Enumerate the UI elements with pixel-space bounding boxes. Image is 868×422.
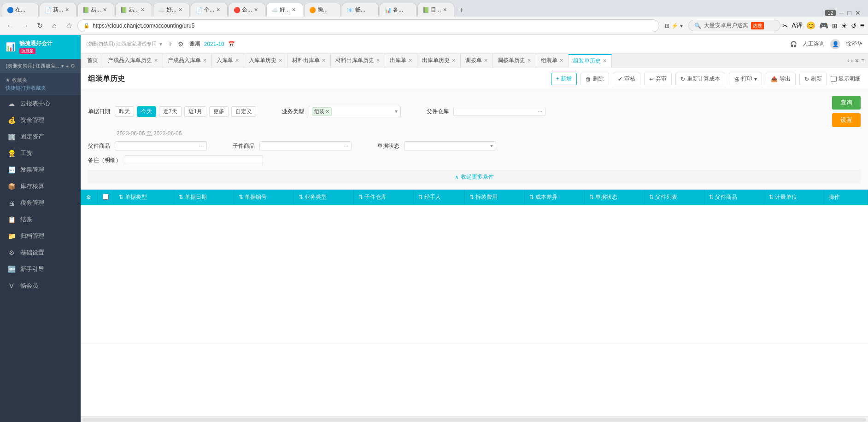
col-cost-diff[interactable]: ⇅ 成本差异 <box>524 190 584 205</box>
page-tab-out-order[interactable]: 出库单 ✕ <box>385 54 417 68</box>
account-selector[interactable]: (勿删勿禁用) 江西服宝测试专用 ▾ <box>86 40 162 47</box>
user-name[interactable]: 徐泽华 <box>846 40 862 48</box>
sidebar-org[interactable]: (勿删勿禁用) 江西服宝测试专用 ▾ + ⚙ <box>0 59 81 73</box>
col-checkbox[interactable] <box>97 190 114 205</box>
browser-tab-12[interactable]: 📗 目... ✕ <box>417 3 454 17</box>
page-tab-transfer-hist-close[interactable]: ✕ <box>527 58 531 64</box>
col-settings[interactable]: ⚙ <box>81 190 97 205</box>
add-account-btn[interactable]: + <box>168 40 172 48</box>
browser-tab-8[interactable]: ☁️ 好... ✕ <box>266 3 303 17</box>
doc-status-dropdown-icon[interactable]: ▾ <box>490 143 493 149</box>
date-btn-custom[interactable]: 自定义 <box>231 106 256 117</box>
settings-button[interactable]: 设置 <box>832 113 861 127</box>
tab-close-6[interactable]: ✕ <box>216 7 220 13</box>
browser-tab-9[interactable]: 🟠 腾... <box>304 3 341 17</box>
col-doc-no[interactable]: ⇅ 单据编号 <box>234 190 293 205</box>
tab-close-12[interactable]: ✕ <box>443 7 447 13</box>
date-btn-7days[interactable]: 近7天 <box>159 106 182 117</box>
tabs-more-btn[interactable]: ≡ <box>861 58 864 64</box>
page-tab-material-out[interactable]: 材料出库单 ✕ <box>287 54 331 68</box>
col-doc-type[interactable]: ⇅ 单据类型 <box>114 190 174 205</box>
page-tab-material-out-history[interactable]: 材料出库单历史 ✕ <box>331 54 385 68</box>
date-btn-today[interactable]: 今天 <box>137 106 156 117</box>
reload-button[interactable]: ↻ <box>33 19 46 32</box>
biz-type-dropdown-arrow[interactable]: ▾ <box>395 108 398 115</box>
recalc-button[interactable]: ↻ 重新计算成本 <box>675 73 725 85</box>
close-window-button[interactable]: ✕ <box>855 9 861 17</box>
parent-goods-more-btn[interactable]: ··· <box>199 143 204 149</box>
game-icon[interactable]: 🎮 <box>819 21 828 30</box>
forward-button[interactable]: → <box>18 19 31 32</box>
sidebar-item-closing[interactable]: 📋 结账 <box>0 211 81 228</box>
browser-tab-6[interactable]: 📄 个... ✕ <box>191 3 228 17</box>
sidebar-item-finance[interactable]: 💰 资金管理 <box>0 112 81 128</box>
page-tab-out-order-hist-close[interactable]: ✕ <box>452 58 456 64</box>
page-tab-transfer[interactable]: 调拨单 ✕ <box>461 54 493 68</box>
sidebar-item-cloud-report[interactable]: ☁ 云报表中心 <box>0 95 81 112</box>
tabs-prev-btn[interactable]: ‹ <box>847 58 849 64</box>
add-org-icon[interactable]: + <box>66 64 69 69</box>
tabs-close-btn[interactable]: ✕ <box>855 58 859 64</box>
date-btn-1month[interactable]: 近1月 <box>184 106 207 117</box>
child-goods-more-btn[interactable]: ··· <box>344 143 348 149</box>
page-tab-transfer-history[interactable]: 调拨单历史 ✕ <box>493 54 536 68</box>
bookmark-sub[interactable]: 快捷键打开收藏夹 <box>6 85 75 92</box>
sidebar-item-tax[interactable]: 🖨 税务管理 <box>0 195 81 211</box>
emoji-icon[interactable]: 😊 <box>806 21 815 30</box>
col-dismantle-cost[interactable]: ⇅ 拆装费用 <box>464 190 524 205</box>
col-unit[interactable]: ⇅ 计量单位 <box>764 190 824 205</box>
col-child-wh[interactable]: ⇅ 子件仓库 <box>353 190 413 205</box>
page-tab-prod-in-hist-close[interactable]: ✕ <box>154 58 158 64</box>
biz-type-tag-close[interactable]: ✕ <box>325 109 329 115</box>
sidebar-item-archive[interactable]: 📁 归档管理 <box>0 228 81 244</box>
scissors-icon[interactable]: ✂ <box>782 22 788 29</box>
print-button[interactable]: 🖨 打印 ▾ <box>729 73 762 85</box>
new-tab-button[interactable]: + <box>455 4 468 17</box>
page-tab-production-in[interactable]: 产成品入库单 ✕ <box>163 54 212 68</box>
col-parent-list[interactable]: ⇅ 父件列表 <box>644 190 704 205</box>
new-button[interactable]: + 新增 <box>551 73 577 85</box>
translate-icon[interactable]: A译 <box>792 22 802 30</box>
tab-close-8[interactable]: ✕ <box>292 7 296 13</box>
sidebar-item-member[interactable]: V 畅会员 <box>0 277 81 294</box>
page-tab-in-order-history[interactable]: 入库单历史 ✕ <box>244 54 287 68</box>
col-handler[interactable]: ⇅ 经手人 <box>413 190 464 205</box>
browser-tab-3[interactable]: 📗 易... ✕ <box>77 3 114 17</box>
settings-org-icon[interactable]: ⚙ <box>70 63 75 69</box>
help-text[interactable]: 人工咨询 <box>803 40 825 48</box>
page-tab-in-order-hist-close[interactable]: ✕ <box>278 58 282 64</box>
undo-icon[interactable]: ↺ <box>851 22 856 29</box>
tab-close-2[interactable]: ✕ <box>65 7 69 13</box>
col-biz-type[interactable]: ⇅ 业务类型 <box>293 190 353 205</box>
sun-icon[interactable]: ☀ <box>841 22 847 29</box>
account-settings-btn[interactable]: ⚙ <box>178 40 184 48</box>
page-tab-mat-out-close[interactable]: ✕ <box>322 58 326 64</box>
date-btn-more[interactable]: 更多 <box>209 106 229 117</box>
page-tab-in-order[interactable]: 入库单 ✕ <box>212 54 244 68</box>
page-tab-home[interactable]: 首页 <box>82 54 103 68</box>
scrollbar-track[interactable] <box>82 418 866 422</box>
url-bar[interactable]: 🔒 https://cloud.chanjet.com/accounting/u… <box>77 19 659 32</box>
period-selector[interactable]: 账期 2021-10 📅 <box>189 40 235 48</box>
horizontal-scrollbar[interactable] <box>81 416 868 422</box>
apps-icon[interactable]: ⊞ <box>832 22 838 29</box>
date-btn-yesterday[interactable]: 昨天 <box>115 106 134 117</box>
col-doc-date[interactable]: ⇅ 单据日期 <box>174 190 234 205</box>
tabs-next-btn[interactable]: › <box>851 58 853 64</box>
page-tab-assembly[interactable]: 组装单 ✕ <box>536 54 569 68</box>
col-parent-goods[interactable]: ⇅ 父件商品 <box>704 190 764 205</box>
minimize-button[interactable]: ─ <box>839 9 844 17</box>
tab-close-3[interactable]: ✕ <box>103 7 107 13</box>
back-button[interactable]: ← <box>4 19 17 32</box>
note-input[interactable] <box>125 155 263 165</box>
sidebar-item-guide[interactable]: 🆕 新手引导 <box>0 261 81 277</box>
bookmark-button[interactable]: ☆ <box>63 19 76 32</box>
query-button[interactable]: 查询 <box>832 96 861 110</box>
maximize-button[interactable]: □ <box>848 9 851 17</box>
page-tab-production-in-history[interactable]: 产成品入库单历史 ✕ <box>103 54 163 68</box>
home-button[interactable]: ⌂ <box>48 19 61 32</box>
sidebar-item-fixed-assets[interactable]: 🏢 固定资产 <box>0 128 81 145</box>
select-all-checkbox[interactable] <box>103 194 109 200</box>
col-doc-status[interactable]: ⇅ 单据状态 <box>584 190 644 205</box>
delete-button[interactable]: 🗑 删除 <box>581 73 609 85</box>
